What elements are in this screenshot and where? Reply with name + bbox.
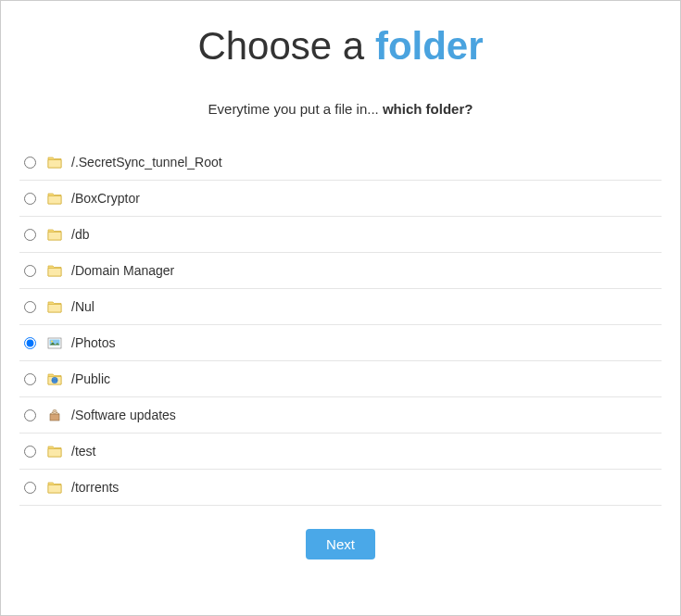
folder-icon xyxy=(47,228,62,241)
subtitle: Everytime you put a file in... which fol… xyxy=(19,101,662,117)
svg-point-5 xyxy=(53,409,57,413)
folder-icon xyxy=(47,481,62,494)
folder-list: /.SecretSync_tunnel_Root/BoxCryptor/db/D… xyxy=(19,145,662,506)
title-prefix: Choose a xyxy=(197,24,374,68)
folder-label: /Public xyxy=(71,371,110,386)
folder-label: /.SecretSync_tunnel_Root xyxy=(71,155,222,170)
folder-radio[interactable] xyxy=(24,446,36,458)
folder-radio[interactable] xyxy=(24,337,36,349)
folder-item[interactable]: /.SecretSync_tunnel_Root xyxy=(19,145,662,181)
folder-label: /test xyxy=(71,444,95,459)
svg-point-6 xyxy=(54,411,55,412)
folder-radio[interactable] xyxy=(24,265,36,277)
folder-radio[interactable] xyxy=(24,373,36,385)
folder-item[interactable]: /db xyxy=(19,217,662,253)
folder-radio[interactable] xyxy=(24,482,36,494)
svg-point-2 xyxy=(51,341,53,343)
svg-rect-4 xyxy=(50,414,59,421)
folder-label: /BoxCryptor xyxy=(71,191,140,206)
svg-point-3 xyxy=(52,377,57,383)
photos-icon xyxy=(47,336,62,349)
folder-item[interactable]: /Photos xyxy=(19,325,662,361)
subtitle-prefix: Everytime you put a file in... xyxy=(208,101,383,117)
folder-label: /db xyxy=(71,227,89,242)
folder-radio[interactable] xyxy=(24,157,36,169)
next-button[interactable]: Next xyxy=(306,529,375,559)
subtitle-bold: which folder? xyxy=(383,101,473,117)
actions-bar: Next xyxy=(19,506,662,583)
folder-icon xyxy=(47,156,62,169)
folder-label: /Software updates xyxy=(71,408,176,422)
folder-icon xyxy=(47,192,62,205)
folder-item[interactable]: /test xyxy=(19,434,662,470)
software-icon xyxy=(47,409,62,421)
folder-item[interactable]: /BoxCryptor xyxy=(19,181,662,217)
folder-item[interactable]: /torrents xyxy=(19,470,662,506)
folder-radio[interactable] xyxy=(24,193,36,205)
folder-radio[interactable] xyxy=(24,229,36,241)
folder-icon xyxy=(47,264,62,277)
folder-label: /Nul xyxy=(71,299,95,314)
folder-radio[interactable] xyxy=(24,409,36,421)
folder-icon xyxy=(47,445,62,458)
folder-item[interactable]: /Nul xyxy=(19,289,662,325)
folder-radio[interactable] xyxy=(24,301,36,313)
svg-point-7 xyxy=(55,411,56,412)
folder-label: /Photos xyxy=(71,335,115,350)
folder-item[interactable]: /Domain Manager xyxy=(19,253,662,289)
folder-icon xyxy=(47,300,62,313)
page-title: Choose a folder xyxy=(19,24,662,69)
folder-item[interactable]: /Software updates xyxy=(19,397,662,434)
folder-label: /Domain Manager xyxy=(71,263,174,278)
folder-item[interactable]: /Public xyxy=(19,361,662,397)
title-accent: folder xyxy=(375,24,484,68)
public-icon xyxy=(47,372,62,385)
folder-label: /torrents xyxy=(71,480,119,495)
